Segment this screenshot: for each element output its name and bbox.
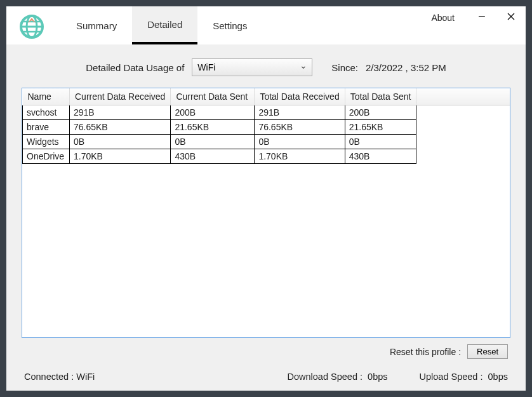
app-window: Summary Detailed Settings About Detailed… bbox=[6, 6, 526, 391]
reset-label: Reset this profile : bbox=[390, 347, 461, 357]
cell-name: brave bbox=[23, 120, 70, 135]
cell-cur_sent: 0B bbox=[171, 135, 255, 149]
minimize-button[interactable] bbox=[467, 6, 496, 27]
cell-tot_recv: 1.70KB bbox=[255, 149, 345, 164]
cell-cur_recv: 291B bbox=[70, 105, 171, 120]
cell-name: svchost bbox=[23, 105, 70, 120]
about-link[interactable]: About bbox=[431, 6, 467, 23]
cell-cur_recv: 1.70KB bbox=[70, 149, 171, 164]
upload-speed: Upload Speed : 0bps bbox=[420, 372, 508, 382]
titlebar: Summary Detailed Settings About bbox=[6, 6, 526, 44]
cell-name: Widgets bbox=[23, 135, 70, 149]
table-row[interactable]: OneDrive1.70KB430B1.70KB430B bbox=[23, 149, 510, 164]
cell-tot_recv: 76.65KB bbox=[255, 120, 345, 135]
speed-readout: Download Speed : 0bps Upload Speed : 0bp… bbox=[288, 372, 509, 382]
cell-cur_recv: 76.65KB bbox=[70, 120, 171, 135]
cell-cur_sent: 200B bbox=[171, 105, 255, 120]
since-value: 2/3/2022 , 3:52 PM bbox=[366, 62, 446, 73]
download-speed: Download Speed : 0bps bbox=[288, 372, 388, 382]
data-table-container: Name Current Data Received Current Data … bbox=[22, 88, 510, 338]
table-row[interactable]: Widgets0B0B0B0B bbox=[23, 135, 510, 149]
filter-row: Detailed Data Usage of WiFi Since: 2/3/2… bbox=[22, 53, 510, 88]
col-cur-sent[interactable]: Current Data Sent bbox=[171, 88, 255, 105]
col-cur-recv[interactable]: Current Data Received bbox=[70, 88, 171, 105]
network-select[interactable]: WiFi bbox=[192, 58, 312, 76]
cell-cur_recv: 0B bbox=[70, 135, 171, 149]
reset-row: Reset this profile : Reset bbox=[22, 338, 510, 359]
connection-status: Connected : WiFi bbox=[24, 372, 95, 382]
data-table: Name Current Data Received Current Data … bbox=[22, 88, 510, 164]
cell-tot_sent: 200B bbox=[345, 105, 416, 120]
cell-name: OneDrive bbox=[23, 149, 70, 164]
content-area: Detailed Data Usage of WiFi Since: 2/3/2… bbox=[6, 44, 526, 365]
cell-tot_recv: 0B bbox=[255, 135, 345, 149]
table-row[interactable]: brave76.65KB21.65KB76.65KB21.65KB bbox=[23, 120, 510, 135]
since-label: Since: bbox=[331, 62, 358, 73]
cell-spacer bbox=[416, 149, 510, 164]
cell-spacer bbox=[416, 135, 510, 149]
cell-cur_sent: 430B bbox=[171, 149, 255, 164]
reset-button[interactable]: Reset bbox=[467, 344, 508, 359]
status-bar: Connected : WiFi Download Speed : 0bps U… bbox=[6, 365, 526, 391]
usage-of-label: Detailed Data Usage of bbox=[86, 62, 184, 73]
cell-tot_sent: 430B bbox=[345, 149, 416, 164]
col-tot-sent[interactable]: Total Data Sent bbox=[345, 88, 416, 105]
tab-bar: Summary Detailed Settings bbox=[61, 6, 262, 44]
cell-spacer bbox=[416, 105, 510, 120]
close-button[interactable] bbox=[496, 6, 526, 27]
cell-tot_sent: 0B bbox=[345, 135, 416, 149]
col-name[interactable]: Name bbox=[23, 88, 70, 105]
cell-tot_recv: 291B bbox=[255, 105, 345, 120]
table-header-row: Name Current Data Received Current Data … bbox=[23, 88, 510, 105]
cell-cur_sent: 21.65KB bbox=[171, 120, 255, 135]
tab-settings[interactable]: Settings bbox=[197, 6, 262, 44]
col-tot-recv[interactable]: Total Data Received bbox=[255, 88, 345, 105]
col-spacer bbox=[416, 88, 510, 105]
cell-tot_sent: 21.65KB bbox=[345, 120, 416, 135]
app-logo-icon bbox=[19, 14, 44, 39]
tab-summary[interactable]: Summary bbox=[61, 6, 132, 44]
tab-detailed[interactable]: Detailed bbox=[132, 6, 197, 44]
cell-spacer bbox=[416, 120, 510, 135]
window-controls: About bbox=[431, 6, 526, 27]
table-row[interactable]: svchost291B200B291B200B bbox=[23, 105, 510, 120]
